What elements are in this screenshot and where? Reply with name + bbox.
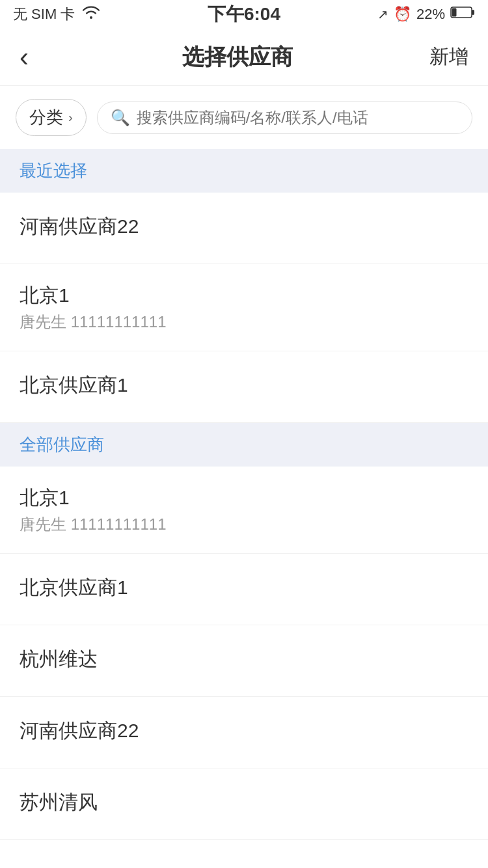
status-bar: 无 SIM 卡 下午6:04 ↗ ⏰ 22%	[0, 0, 488, 29]
list-item[interactable]: 北京1唐先生 11111111111	[0, 264, 488, 351]
search-box[interactable]: 🔍	[97, 102, 472, 134]
search-icon: 🔍	[111, 109, 130, 127]
status-time: 下午6:04	[208, 2, 280, 27]
supplier-name: 苏州清风	[20, 789, 468, 816]
category-button[interactable]: 分类 ›	[16, 99, 87, 136]
search-input[interactable]	[137, 109, 459, 127]
section-header-text-all: 全部供应商	[20, 435, 104, 454]
nav-bar: ‹ 选择供应商 新增	[0, 29, 488, 86]
alarm-icon: ⏰	[394, 6, 411, 23]
supplier-name: 杭州维达	[20, 646, 468, 673]
back-button[interactable]: ‹	[20, 42, 59, 73]
add-button[interactable]: 新增	[416, 44, 468, 70]
supplier-name: 河南供应商22	[20, 213, 468, 240]
supplier-name: 北京供应商1	[20, 575, 468, 601]
svg-rect-2	[452, 8, 457, 17]
section-header-text-recent: 最近选择	[20, 161, 87, 180]
list-item[interactable]: 北京1唐先生 11111111111	[0, 467, 488, 554]
status-right: ↗ ⏰ 22%	[377, 6, 475, 23]
section-header-recent: 最近选择	[0, 149, 488, 193]
filter-bar: 分类 › 🔍	[0, 86, 488, 149]
section-header-all: 全部供应商	[0, 423, 488, 467]
wifi-icon	[81, 5, 101, 23]
category-label: 分类	[29, 106, 63, 129]
svg-rect-1	[472, 10, 474, 15]
list-item[interactable]: 北京供应商1	[0, 351, 488, 423]
chevron-right-icon: ›	[68, 110, 73, 125]
supplier-contact: 唐先生 11111111111	[20, 514, 468, 535]
status-left: 无 SIM 卡	[13, 5, 101, 24]
supplier-name: 河南供应商22	[20, 718, 468, 744]
supplier-list: 最近选择河南供应商22北京1唐先生 11111111111北京供应商1全部供应商…	[0, 149, 488, 840]
supplier-name: 北京1	[20, 282, 468, 309]
list-item[interactable]: 苏州清风	[0, 768, 488, 840]
battery-level: 22%	[416, 6, 445, 23]
supplier-name: 北京供应商1	[20, 372, 468, 399]
list-item[interactable]: 河南供应商22	[0, 193, 488, 264]
no-sim-label: 无 SIM 卡	[13, 5, 75, 24]
location-icon: ↗	[377, 7, 388, 22]
supplier-contact: 唐先生 11111111111	[20, 312, 468, 332]
battery-icon	[450, 6, 475, 23]
page-title: 选择供应商	[182, 42, 293, 72]
list-item[interactable]: 杭州维达	[0, 625, 488, 697]
list-item[interactable]: 河南供应商22	[0, 697, 488, 768]
list-item[interactable]: 北京供应商1	[0, 554, 488, 625]
supplier-name: 北京1	[20, 485, 468, 511]
